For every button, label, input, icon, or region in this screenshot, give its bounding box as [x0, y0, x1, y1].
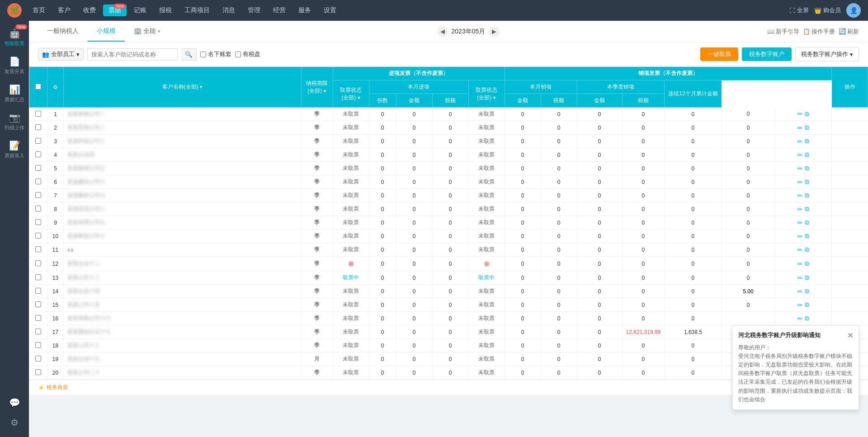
select-all-checkbox[interactable] [35, 84, 41, 89]
row-checkbox-cell[interactable] [29, 202, 47, 216]
row-checkbox[interactable] [35, 274, 41, 280]
notification-close-button[interactable]: ✕ [847, 331, 853, 340]
customer-name-cell[interactable]: 某某公司二十 [64, 366, 302, 380]
out-status-cell[interactable]: 未取票 [468, 230, 505, 243]
nav-ticket[interactable]: 票据 new [103, 5, 127, 16]
row-checkbox[interactable] [35, 260, 41, 266]
customer-name-cell[interactable]: 某某商贸公司十 [64, 230, 302, 243]
in-status-cell[interactable]: 未取票 [333, 339, 369, 352]
out-status-cell[interactable]: 未取票 [468, 175, 505, 189]
copy-icon[interactable]: ⧉ [805, 205, 809, 213]
row-checkbox[interactable] [35, 329, 41, 334]
row-checkbox[interactable] [35, 151, 41, 157]
row-checkbox-cell[interactable] [29, 135, 47, 148]
edit-icon[interactable]: ✏ [797, 301, 803, 309]
copy-icon[interactable]: ⧉ [805, 178, 809, 186]
customer-name-cell[interactable]: 某某公司十三 [64, 271, 302, 285]
customer-name-cell[interactable]: 某某集团公司五 [64, 162, 302, 175]
out-status-cell[interactable]: 未取票 [468, 339, 505, 352]
copy-icon[interactable]: ⧉ [805, 274, 809, 282]
nav-accounting[interactable]: 记账 [128, 5, 152, 16]
out-status-cell[interactable]: 取票中 [468, 271, 505, 285]
user-avatar[interactable]: 👤 [846, 3, 861, 18]
out-status-cell[interactable]: 未取票 [468, 135, 505, 148]
row-checkbox-cell[interactable] [29, 162, 47, 175]
copy-icon[interactable]: ⧉ [805, 124, 809, 132]
row-checkbox[interactable] [35, 165, 41, 171]
in-status-cell[interactable]: 未取票 [333, 135, 369, 148]
in-status-cell[interactable]: ⊗ [333, 257, 369, 271]
copy-icon[interactable]: ⧉ [805, 151, 809, 159]
tax-policy-link[interactable]: ⚡ 税务政策 [38, 384, 68, 391]
row-checkbox[interactable] [35, 124, 41, 130]
sidebar-item-ticket-entry[interactable]: 📝 票据录入 [2, 136, 27, 163]
nav-tax[interactable]: 报税 [154, 5, 177, 16]
in-status-cell[interactable]: 未取票 [333, 148, 369, 162]
row-checkbox-cell[interactable] [29, 339, 47, 352]
customer-name-cell[interactable]: 某某投资公司八 [64, 202, 302, 216]
out-status-cell[interactable]: 未取票 [468, 108, 505, 121]
out-status-cell[interactable]: 未取票 [468, 162, 505, 175]
fullscreen-button[interactable]: ⛶ 全屏 [789, 6, 809, 14]
row-checkbox-cell[interactable] [29, 243, 47, 257]
out-status-cell[interactable]: 未取票 [468, 352, 505, 366]
row-checkbox[interactable] [35, 111, 41, 117]
search-input[interactable] [87, 48, 178, 61]
row-checkbox-cell[interactable] [29, 352, 47, 366]
row-checkbox[interactable] [35, 138, 41, 144]
digital-account-operation-button[interactable]: 税务数字账户操作 ▾ [795, 47, 859, 61]
row-checkbox[interactable] [35, 206, 41, 211]
customer-name-cell[interactable]: 某某公司十五 [64, 298, 302, 312]
in-status-cell[interactable]: 未取票 [333, 285, 369, 298]
out-status-cell[interactable]: 未取票 [468, 243, 505, 257]
copy-icon[interactable]: ⧉ [805, 287, 809, 295]
sidebar-item-message[interactable]: 💬 [2, 394, 27, 412]
in-status-cell[interactable]: 未取票 [333, 325, 369, 339]
th-period[interactable]: 纳税期限(全部) ▾ [301, 67, 333, 108]
nav-settings[interactable]: 设置 [318, 5, 342, 16]
out-status-cell[interactable]: 未取票 [468, 202, 505, 216]
edit-icon[interactable]: ✏ [797, 315, 803, 322]
copy-icon[interactable]: ⧉ [805, 246, 809, 254]
nav-customer[interactable]: 客户 [52, 5, 76, 16]
out-status-cell[interactable]: 未取票 [468, 189, 505, 202]
row-checkbox[interactable] [35, 369, 41, 375]
row-checkbox[interactable] [35, 219, 41, 225]
tab-full-capable[interactable]: 🏢 全能 ▾ [125, 22, 170, 42]
edit-icon[interactable]: ✏ [797, 138, 803, 145]
edit-icon[interactable]: ✏ [797, 219, 803, 226]
customer-name-cell[interactable]: 某某服务公司七 [64, 189, 302, 202]
nav-message[interactable]: 消息 [217, 5, 241, 16]
in-status-cell[interactable]: 未取票 [333, 298, 369, 312]
sidebar-item-ticket-summary[interactable]: 📊 票据汇总 [2, 80, 27, 107]
nav-business[interactable]: 工商项目 [179, 5, 215, 16]
customer-name-cell[interactable]: 某某企业十九 [64, 352, 302, 366]
customer-name-cell[interactable]: 某某贸易公司二 [64, 121, 302, 135]
edit-icon[interactable]: ✏ [797, 165, 803, 172]
date-next-button[interactable]: ▶ [489, 26, 500, 37]
in-status-cell[interactable]: 未取票 [333, 162, 369, 175]
in-status-cell[interactable]: 未取票 [333, 230, 369, 243]
edit-icon[interactable]: ✏ [797, 179, 803, 186]
row-checkbox-cell[interactable] [29, 325, 47, 339]
nav-manage[interactable]: 管理 [242, 5, 266, 16]
row-checkbox-cell[interactable] [29, 230, 47, 243]
sidebar-item-scan-upload[interactable]: 📷 扫描上传 [2, 108, 27, 135]
edit-icon[interactable]: ✏ [797, 274, 803, 282]
row-checkbox-cell[interactable] [29, 298, 47, 312]
row-checkbox[interactable] [35, 288, 41, 294]
edit-icon[interactable]: ✏ [797, 110, 803, 117]
customer-name-cell[interactable]: 某某企业四 [64, 148, 302, 162]
row-checkbox-cell[interactable] [29, 216, 47, 230]
out-status-cell[interactable]: 未取票 [468, 121, 505, 135]
row-checkbox[interactable] [35, 192, 41, 198]
date-prev-button[interactable]: ◀ [437, 26, 448, 37]
customer-name-cell[interactable]: 某某有限公司一 [64, 108, 302, 121]
row-checkbox[interactable] [35, 301, 41, 307]
out-status-cell[interactable]: 未取票 [468, 312, 505, 325]
row-checkbox[interactable] [35, 356, 41, 362]
in-status-cell[interactable]: 未取票 [333, 366, 369, 380]
row-checkbox[interactable] [35, 233, 41, 239]
customer-name-cell[interactable]: 某某建设公司六 [64, 175, 302, 189]
out-status-cell[interactable]: 未取票 [468, 148, 505, 162]
